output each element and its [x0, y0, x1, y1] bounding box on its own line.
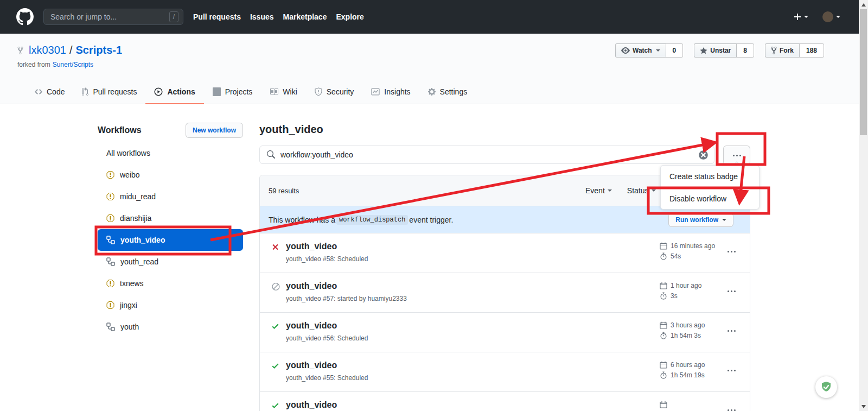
run-row: youth_videoyouth_video #55: Scheduled6 h…: [260, 352, 750, 391]
calendar-icon: [660, 361, 667, 369]
unstar-count[interactable]: 8: [737, 43, 754, 58]
run-title-link[interactable]: youth_video: [286, 321, 337, 330]
nav-marketplace[interactable]: Marketplace: [283, 12, 327, 21]
run-meta: [660, 399, 671, 411]
sidebar-item-label: All workflows: [106, 149, 150, 157]
pull-request-icon: [82, 87, 88, 96]
status-filter[interactable]: Status: [627, 186, 656, 195]
run-title-link[interactable]: youth_video: [286, 400, 337, 409]
menu-item-create-status-badge[interactable]: Create status badge: [661, 166, 759, 187]
nav-issues[interactable]: Issues: [250, 12, 274, 21]
run-subtitle: youth_video #57: started by huamiyu2333: [286, 295, 407, 302]
user-menu[interactable]: [822, 11, 840, 22]
runs-search-input[interactable]: [279, 150, 694, 160]
runs-card: 59 results Event Status This workflow ha…: [259, 175, 750, 411]
fork-note-text: forked from: [17, 61, 50, 68]
stopwatch-icon: [660, 292, 667, 300]
sidebar-item-txnews[interactable]: txnews: [98, 273, 243, 294]
check-icon: [272, 362, 279, 370]
banner-text-after: event trigger.: [409, 216, 453, 224]
scroll-up-arrow[interactable]: [859, 0, 868, 9]
gear-icon: [428, 87, 436, 96]
unstar-button[interactable]: Unstar8: [694, 43, 754, 58]
sidebar-item-label: dianshijia: [120, 214, 151, 223]
sidebar-item-dianshijia[interactable]: dianshijia: [98, 207, 243, 229]
workflows-sidebar: Workflows New workflow All workflowsweib…: [98, 123, 243, 338]
run-options-kebab-icon[interactable]: [727, 330, 736, 332]
scrollbar[interactable]: [859, 0, 868, 411]
tab-code[interactable]: Code: [26, 80, 73, 104]
watch-count[interactable]: 0: [666, 43, 684, 58]
calendar-icon: [660, 242, 667, 250]
watch-button[interactable]: Watch0: [615, 43, 683, 58]
sidebar-item-youth-video[interactable]: youth_video: [98, 229, 243, 251]
fork-count[interactable]: 188: [800, 43, 824, 58]
menu-item-disable-workflow[interactable]: Disable workflow: [661, 187, 759, 209]
github-logo-icon[interactable]: [16, 8, 34, 26]
tab-label: Settings: [440, 87, 468, 96]
repo-owner-link[interactable]: lxk0301: [29, 44, 66, 56]
calendar-icon: [660, 401, 667, 408]
nav-explore[interactable]: Explore: [336, 12, 363, 21]
repo-name-link[interactable]: Scripts-1: [76, 44, 123, 56]
run-options-kebab-icon[interactable]: [727, 251, 736, 252]
tab-security[interactable]: Security: [306, 80, 363, 104]
run-options-kebab-icon[interactable]: [727, 290, 736, 292]
sidebar-item-midu-read[interactable]: midu_read: [98, 186, 243, 207]
repo-tabs: CodePull requestsActionsProjectsWikiSecu…: [26, 80, 476, 104]
run-title-link[interactable]: youth_video: [286, 242, 337, 251]
tab-settings[interactable]: Settings: [419, 80, 476, 104]
stopwatch-icon: [660, 371, 667, 379]
scroll-down-arrow[interactable]: [859, 402, 868, 411]
scrollbar-thumb[interactable]: [860, 9, 867, 135]
workflow-icon: [106, 323, 115, 331]
runs-search[interactable]: [259, 146, 714, 164]
run-options-kebab-icon[interactable]: [727, 370, 736, 371]
warning-icon: [106, 170, 114, 179]
check-icon: [272, 401, 279, 410]
create-new-menu[interactable]: [794, 12, 808, 21]
repo-title-separator: /: [69, 44, 73, 56]
global-search[interactable]: /: [43, 9, 183, 25]
tab-insights[interactable]: Insights: [362, 80, 419, 104]
sidebar-item-label: midu_read: [120, 192, 156, 201]
run-duration: 1h 54m 19s: [671, 371, 705, 379]
event-filter[interactable]: Event: [585, 186, 612, 195]
adguard-shield-icon[interactable]: [815, 376, 837, 398]
run-title-link[interactable]: youth_video: [286, 361, 337, 370]
avatar[interactable]: [822, 11, 833, 22]
success-status-icon: [272, 362, 280, 391]
banner-code: workflow_dispatch: [336, 215, 408, 225]
sidebar-item-label: txnews: [120, 279, 144, 288]
fork-button[interactable]: Fork188: [765, 43, 824, 58]
repo-forked-icon: [17, 46, 23, 55]
run-duration: 54s: [671, 252, 681, 260]
tab-pull-requests[interactable]: Pull requests: [73, 80, 145, 104]
sidebar-item-all-workflows[interactable]: All workflows: [98, 142, 243, 164]
sidebar-item-jingxi[interactable]: jingxi: [98, 294, 243, 316]
chevron-down-icon: [656, 49, 660, 52]
tab-actions[interactable]: Actions: [145, 80, 203, 104]
clear-search-icon[interactable]: [698, 150, 709, 160]
fork-source-link[interactable]: Sunert/Scripts: [53, 61, 93, 68]
sidebar-item-youth-read[interactable]: youth_read: [98, 251, 243, 273]
run-meta: 3 hours ago1h 54m 3s: [660, 320, 705, 340]
run-workflow-button[interactable]: Run workflow: [668, 213, 733, 227]
chevron-down-icon: [608, 189, 612, 192]
tab-label: Actions: [167, 87, 195, 96]
cancelled-icon: [272, 282, 280, 291]
sidebar-item-youth[interactable]: youth: [98, 316, 243, 338]
sidebar-item-label: youth_read: [120, 257, 158, 266]
workflow-icon: [106, 236, 115, 244]
stopwatch-icon: [660, 252, 667, 260]
plus-icon[interactable]: [794, 12, 801, 21]
tab-projects[interactable]: Projects: [204, 80, 261, 104]
tab-wiki[interactable]: Wiki: [261, 80, 305, 104]
sidebar-item-weibo[interactable]: weibo: [98, 164, 243, 186]
warning-icon: [106, 301, 114, 309]
new-workflow-button[interactable]: New workflow: [186, 123, 243, 138]
global-search-input[interactable]: [49, 12, 169, 22]
run-meta: 1 hour ago3s: [660, 280, 701, 301]
run-title-link[interactable]: youth_video: [286, 281, 337, 290]
nav-pull-requests[interactable]: Pull requests: [193, 12, 241, 21]
